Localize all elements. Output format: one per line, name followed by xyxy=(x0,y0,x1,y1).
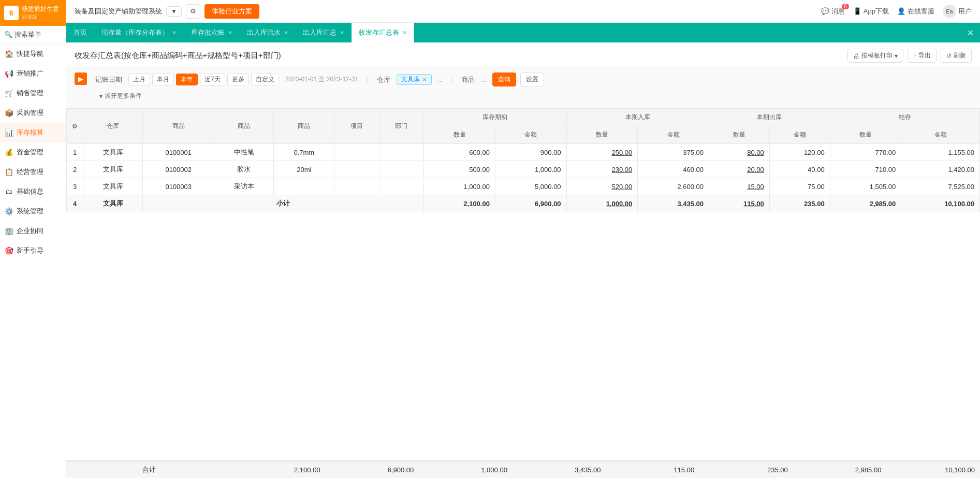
tab-close-batch[interactable]: ✕ xyxy=(228,30,232,36)
filter-arrow-btn[interactable]: ▶ xyxy=(75,73,87,85)
app-title: 畅捷通好生意 标准版 xyxy=(22,5,59,21)
sidebar-item-purchase[interactable]: 📦 采购管理 xyxy=(0,103,66,123)
date-btn-this-month[interactable]: 本月 xyxy=(152,74,174,85)
sidebar-item-quick-nav[interactable]: 🏠 快捷导航 xyxy=(0,44,66,64)
row-balance-qty: 1,505.00 xyxy=(830,178,901,195)
row-opening-amt: 1,000.00 xyxy=(495,161,566,178)
close-all-tabs[interactable]: ✕ xyxy=(961,28,980,38)
operations-icon: 📋 xyxy=(4,167,13,177)
tab-close-recv-send-sum[interactable]: ✕ xyxy=(402,30,407,36)
row-out-qty[interactable]: 80.00 xyxy=(709,144,769,161)
tab-close-inout-sum[interactable]: ✕ xyxy=(340,30,344,36)
col-in-qty: 数量 xyxy=(566,126,638,144)
row-out-amt: 40.00 xyxy=(769,161,830,178)
tab-stock-dist[interactable]: 现存量（库存分布表） ✕ xyxy=(94,23,184,42)
basic-info-icon: 🗂 xyxy=(4,187,13,196)
row-in-qty[interactable]: 250.00 xyxy=(566,144,638,161)
print-button[interactable]: 🖨 按模板打印 ▾ xyxy=(847,49,903,63)
date-btn-last-month[interactable]: 上月 xyxy=(128,74,150,85)
refresh-button[interactable]: ↺ 刷新 xyxy=(941,49,972,63)
page-header: 收发存汇总表(按仓库+商品编码+商品+规格型号+项目+部门) 🖨 按模板打印 ▾… xyxy=(66,42,980,67)
sidebar-item-enterprise[interactable]: 🏢 企业协同 xyxy=(0,221,66,241)
col-group-balance: 结存 xyxy=(830,109,979,126)
sidebar-item-system[interactable]: ⚙️ 系统管理 xyxy=(0,201,66,221)
table-row: 3 文具库 0100003 采访本 1,000.00 5,000.00 520.… xyxy=(67,178,980,195)
subtotal-row: 4 文具库 小计 2,100.00 6,900.00 1,000.00 3,43… xyxy=(67,195,980,212)
sidebar-item-inventory[interactable]: 📊 库存核算 xyxy=(0,123,66,142)
purchase-icon: 📦 xyxy=(4,108,13,118)
expand-conditions-btn[interactable]: ▾ 展开更多条件 xyxy=(95,90,544,103)
row-opening-qty: 500.00 xyxy=(424,161,495,178)
row-out-qty[interactable]: 15.00 xyxy=(709,178,769,195)
user-item[interactable]: Ea 用户 xyxy=(943,5,972,18)
row-goods-spec: 0.7mm xyxy=(274,144,334,161)
row-in-qty[interactable]: 520.00 xyxy=(566,178,638,195)
search-icon: 🔍 xyxy=(4,31,12,38)
subtotal-label: 小计 xyxy=(143,195,424,212)
sidebar-item-basic-info[interactable]: 🗂 基础信息 xyxy=(0,182,66,201)
topbar-left: 装备及固定资产辅助管理系统 ▼ ⚙ 体验行业方案 xyxy=(75,4,259,19)
row-goods-code: 0100002 xyxy=(143,161,214,178)
row-project xyxy=(334,178,379,195)
date-btn-this-year[interactable]: 本年 xyxy=(176,74,198,85)
date-buttons: 上月 本月 本年 近7天 更多 自定义 xyxy=(128,74,279,85)
settings-button[interactable]: 设置 xyxy=(520,73,544,86)
date-btn-custom[interactable]: 自定义 xyxy=(251,74,279,85)
total-balance-amt: 10,100.00 xyxy=(886,466,980,474)
row-seq: 1 xyxy=(67,144,83,161)
date-label: 记账日期 xyxy=(95,75,122,84)
sidebar-item-operations[interactable]: 📋 经营管理 xyxy=(0,162,66,182)
row-goods-spec xyxy=(274,178,334,195)
subtotal-warehouse: 文具库 xyxy=(83,195,143,212)
trial-button[interactable]: 体验行业方案 xyxy=(204,4,259,19)
row-balance-amt: 7,525.00 xyxy=(901,178,980,195)
subtotal-out-qty[interactable]: 115.00 xyxy=(709,195,769,212)
app-download-item[interactable]: 📱 App下载 xyxy=(853,7,889,16)
subtotal-opening-amt: 6,900.00 xyxy=(495,195,566,212)
tab-home[interactable]: 首页 xyxy=(66,23,94,42)
export-button[interactable]: ↑ 导出 xyxy=(908,49,937,63)
tab-inout-sum[interactable]: 出入库汇总 ✕ xyxy=(296,23,352,42)
tab-batch[interactable]: 库存批次账 ✕ xyxy=(184,23,240,42)
row-in-amt: 460.00 xyxy=(638,161,709,178)
row-in-qty[interactable]: 230.00 xyxy=(566,161,638,178)
topbar-right: 💬 消息 6 📱 App下载 👤 在线客服 Ea 用户 xyxy=(821,5,972,18)
subtotal-in-qty[interactable]: 1,000.00 xyxy=(566,195,638,212)
table-row: 2 文具库 0100002 胶水 20ml 500.00 1,000.00 23… xyxy=(67,161,980,178)
online-service-item[interactable]: 👤 在线客服 xyxy=(897,7,934,16)
warehouse-tag-close[interactable]: ✕ xyxy=(422,76,427,83)
goods-more[interactable]: ... xyxy=(481,76,486,83)
tab-inout-flow[interactable]: 出入库流水 ✕ xyxy=(240,23,296,42)
marketing-icon: 📢 xyxy=(4,69,13,78)
tab-close-stock-dist[interactable]: ✕ xyxy=(172,30,177,36)
gear-icon[interactable]: ⚙ xyxy=(186,4,200,19)
row-department xyxy=(379,178,424,195)
sidebar-item-finance[interactable]: 💰 资金管理 xyxy=(0,142,66,162)
col-group-out: 本期出库 xyxy=(709,109,830,126)
tab-recv-send-sum[interactable]: 收发存汇总表 ✕ xyxy=(352,23,414,42)
sidebar-item-sales[interactable]: 🛒 销售管理 xyxy=(0,83,66,103)
date-btn-more[interactable]: 更多 xyxy=(227,74,249,85)
row-opening-qty: 1,000.00 xyxy=(424,178,495,195)
col-out-amt: 金额 xyxy=(769,126,830,144)
print-icon: 🖨 xyxy=(853,52,859,60)
system-selector[interactable]: ▼ xyxy=(166,6,182,17)
col-goods-name: 商品 xyxy=(214,109,274,144)
sidebar-item-marketing[interactable]: 📢 营销推广 xyxy=(0,64,66,83)
message-badge: 6 xyxy=(842,4,849,9)
system-icon: ⚙️ xyxy=(4,207,13,216)
date-btn-7days[interactable]: 近7天 xyxy=(200,74,225,85)
row-out-amt: 75.00 xyxy=(769,178,830,195)
warehouse-more[interactable]: ... xyxy=(438,76,443,83)
row-out-amt: 120.00 xyxy=(769,144,830,161)
sidebar-item-guide[interactable]: 🎯 新手引导 xyxy=(0,241,66,260)
tab-close-inout-flow[interactable]: ✕ xyxy=(284,30,288,36)
message-item[interactable]: 💬 消息 6 xyxy=(821,7,845,16)
filter-row: 记账日期 上月 本月 本年 近7天 更多 自定义 2023-01-01 至 20… xyxy=(95,73,544,86)
data-table: ⚙ 仓库 商品 商品 商品 项目 部门 库存期初 本期入库 本期出库 结存 xyxy=(66,108,980,212)
sidebar-item-search[interactable]: 🔍 搜索菜单 xyxy=(0,26,66,44)
query-button[interactable]: 查询 xyxy=(492,73,516,86)
col-goods-code: 商品 xyxy=(143,109,214,144)
row-seq: 3 xyxy=(67,178,83,195)
row-out-qty[interactable]: 20.00 xyxy=(709,161,769,178)
